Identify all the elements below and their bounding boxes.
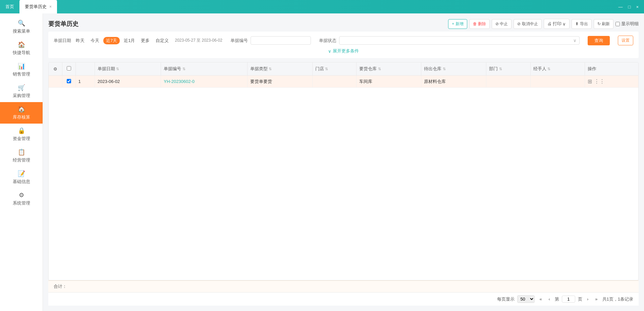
page-last-btn[interactable]: » xyxy=(593,296,599,302)
td-request-warehouse: 车间库 xyxy=(357,76,421,88)
stop-button[interactable]: ⊘ 中止 xyxy=(492,19,512,29)
print-button[interactable]: 🖨 打印 ∨ xyxy=(544,19,570,29)
sidebar-item-system-label: 系统管理 xyxy=(13,200,30,206)
table-wrap: ⚙ 单据日期 ⇅ 单据编号 ⇅ xyxy=(48,62,639,280)
window-minimize-btn[interactable]: — xyxy=(619,4,623,9)
row-checkbox[interactable] xyxy=(67,79,71,83)
th-department[interactable]: 部门 ⇅ xyxy=(486,62,531,76)
sort-date-icon[interactable]: ⇅ xyxy=(116,67,119,71)
th-date[interactable]: 单据日期 ⇅ xyxy=(95,62,161,76)
td-store xyxy=(312,76,357,88)
date-range-text: 2023-05-27 至 2023-06-02 xyxy=(175,38,222,43)
row-view-icon[interactable]: ⊞ xyxy=(588,78,592,85)
page-input[interactable]: 1 xyxy=(562,296,575,303)
print-arrow-icon: ∨ xyxy=(562,21,566,27)
td-operation: ⊞ ⋮⋮ xyxy=(585,76,638,88)
th-checkbox[interactable] xyxy=(62,62,75,76)
sidebar-item-purchase[interactable]: 🛒 采购管理 xyxy=(0,81,43,102)
per-page-select[interactable]: 20 50 100 200 xyxy=(517,295,535,303)
sort-bill-type-icon[interactable]: ⇅ xyxy=(269,67,272,71)
chevron-down-expand-icon: ∨ xyxy=(328,49,331,54)
th-settings[interactable]: ⚙ xyxy=(49,62,62,76)
data-table: ⚙ 单据日期 ⇅ 单据编号 ⇅ xyxy=(49,62,638,88)
page-next-btn[interactable]: › xyxy=(585,296,590,302)
th-department-label: 部门 xyxy=(489,66,498,71)
th-store[interactable]: 门店 ⇅ xyxy=(312,62,357,76)
refresh-button[interactable]: ↻ 刷新 xyxy=(594,19,613,29)
tab-yaohuodan-close[interactable]: × xyxy=(49,4,52,9)
row-more-icon[interactable]: ⋮⋮ xyxy=(594,78,605,85)
date-more[interactable]: 更多 xyxy=(139,37,152,44)
th-request-warehouse[interactable]: 要货仓库 ⇅ xyxy=(357,62,421,76)
per-page-label: 每页显示 xyxy=(497,296,515,302)
th-bill-no-label: 单据编号 xyxy=(164,66,181,71)
display-detail-checkbox[interactable] xyxy=(615,22,620,26)
sidebar-item-basic[interactable]: 📝 基础信息 xyxy=(0,167,43,188)
sort-handler-icon[interactable]: ⇅ xyxy=(547,67,550,71)
td-handler xyxy=(530,76,585,88)
th-pending-warehouse[interactable]: 待出仓库 ⇅ xyxy=(421,62,486,76)
page-label: 第 xyxy=(555,296,559,302)
td-checkbox[interactable] xyxy=(62,76,75,88)
display-detail-checkbox-wrap[interactable]: 显示明细 xyxy=(615,21,639,27)
date-filter-group: 单据日期 昨天 今天 近7天 近1月 更多 自定义 2023-05-27 至 2… xyxy=(54,37,222,44)
tab-home[interactable]: 首页 xyxy=(0,0,19,13)
pagination-total-info: 共1页，1条记录 xyxy=(602,296,633,302)
sidebar-item-operation[interactable]: 📋 经营管理 xyxy=(0,145,43,167)
sort-request-warehouse-icon[interactable]: ⇅ xyxy=(378,67,381,71)
date-today[interactable]: 今天 xyxy=(89,37,101,44)
bill-no-input[interactable] xyxy=(251,36,311,45)
date-last7days[interactable]: 近7天 xyxy=(103,37,120,44)
sidebar-item-search-menu[interactable]: 🔍 搜索菜单 xyxy=(0,16,43,38)
sidebar-item-inventory[interactable]: 🏠 库存核算 xyxy=(0,102,43,124)
header-area: 要货单历史 + 新增 🗑 删除 ⊘ 中止 ⊘ 取消中止 🖨 打印 ∨ ⬆ 导出 … xyxy=(48,19,639,29)
expand-more-btn[interactable]: ∨ 展开更多条件 xyxy=(54,48,633,54)
table-row[interactable]: 1 2023-06-02 YH-20230602-0 要货单要货 车间库 原材料… xyxy=(49,76,638,88)
sort-bill-no-icon[interactable]: ⇅ xyxy=(182,67,185,71)
date-filter-buttons: 昨天 今天 近7天 近1月 更多 自定义 xyxy=(74,37,171,44)
select-all-checkbox[interactable] xyxy=(67,66,71,71)
sort-pending-warehouse-icon[interactable]: ⇅ xyxy=(443,67,446,71)
th-handler[interactable]: 经手人 ⇅ xyxy=(530,62,585,76)
export-button[interactable]: ⬆ 导出 xyxy=(572,19,591,29)
date-custom[interactable]: 自定义 xyxy=(154,37,171,44)
page-first-btn[interactable]: « xyxy=(537,296,544,302)
window-maximize-btn[interactable]: □ xyxy=(628,4,631,9)
th-bill-type[interactable]: 单据类型 ⇅ xyxy=(247,62,312,76)
bill-no-link[interactable]: YH-20230602-0 xyxy=(164,79,195,84)
sidebar-item-quick-nav[interactable]: 🏠 快捷导航 xyxy=(0,38,43,59)
td-date: 2023-06-02 xyxy=(95,76,161,88)
cancel-stop-button[interactable]: ⊘ 取消中止 xyxy=(514,19,541,29)
main-layout: 🔍 搜索菜单 🏠 快捷导航 📊 销售管理 🛒 采购管理 🏠 库存核算 🔒 资金管… xyxy=(0,13,644,311)
th-bill-no[interactable]: 单据编号 ⇅ xyxy=(161,62,247,76)
finance-icon: 🔒 xyxy=(18,127,25,134)
delete-button[interactable]: 🗑 删除 xyxy=(469,19,490,29)
query-button[interactable]: 查询 xyxy=(588,36,610,45)
sidebar-item-sales-label: 销售管理 xyxy=(13,71,30,77)
sort-department-icon[interactable]: ⇅ xyxy=(499,67,502,71)
sidebar-item-sales[interactable]: 📊 销售管理 xyxy=(0,59,43,81)
tab-home-label: 首页 xyxy=(5,4,14,10)
td-department xyxy=(486,76,531,88)
pagination: 每页显示 20 50 100 200 « ‹ 第 1 页 › » 共1页，1条记… xyxy=(48,292,639,306)
date-yesterday[interactable]: 昨天 xyxy=(74,37,87,44)
add-button[interactable]: + 新增 xyxy=(448,19,467,29)
tab-yaohuodan[interactable]: 要货单历史 × xyxy=(19,0,57,13)
inventory-icon: 🏠 xyxy=(18,105,25,113)
sidebar-item-system[interactable]: ⚙ 系统管理 xyxy=(0,188,43,210)
sidebar-item-basic-label: 基础信息 xyxy=(13,179,30,185)
topbar-controls: — □ × xyxy=(619,4,644,9)
bill-no-label: 单据编号 xyxy=(230,38,248,44)
top-bar: 首页 要货单历史 × — □ × xyxy=(0,0,644,13)
sidebar-item-finance[interactable]: 🔒 资金管理 xyxy=(0,124,43,145)
td-bill-no[interactable]: YH-20230602-0 xyxy=(161,76,247,88)
td-bill-type: 要货单要货 xyxy=(247,76,312,88)
settings-button[interactable]: 设置 xyxy=(618,36,633,45)
bill-status-select[interactable]: ∨ xyxy=(339,36,580,45)
window-close-btn[interactable]: × xyxy=(636,4,639,9)
filter-row-1: 单据日期 昨天 今天 近7天 近1月 更多 自定义 2023-05-27 至 2… xyxy=(54,36,633,45)
date-last1month[interactable]: 近1月 xyxy=(122,37,137,44)
bill-status-label: 单据状态 xyxy=(319,38,336,44)
page-prev-btn[interactable]: ‹ xyxy=(547,296,552,302)
sort-store-icon[interactable]: ⇅ xyxy=(325,67,328,71)
